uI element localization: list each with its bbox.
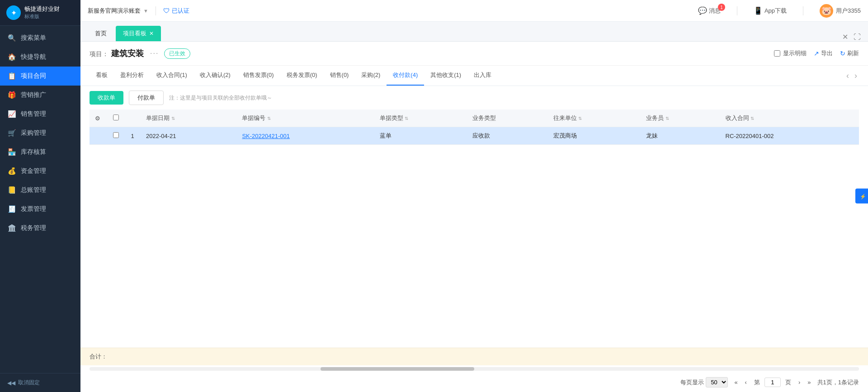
show-detail-checkbox[interactable] bbox=[774, 50, 780, 57]
row-checkbox[interactable] bbox=[113, 132, 119, 138]
sidebar-item-quicknav[interactable]: 🏠 快捷导航 bbox=[0, 48, 80, 67]
th-number-label: 单据编号 bbox=[242, 115, 265, 121]
td-number[interactable]: SK-20220421-001 bbox=[236, 127, 374, 145]
per-page-select[interactable]: 50 bbox=[706, 377, 728, 387]
tab-close-icon[interactable]: ✕ bbox=[149, 30, 154, 37]
table-body: 1 2022-04-21 SK-20220421-001 蓝单 bbox=[90, 127, 859, 145]
app-download-button[interactable]: 📱 App下载 bbox=[754, 6, 787, 15]
page-input[interactable] bbox=[764, 378, 781, 387]
subnav-profit[interactable]: 盈利分析 bbox=[114, 66, 150, 86]
td-partner: 宏茂商场 bbox=[548, 127, 641, 145]
th-checkbox[interactable] bbox=[108, 110, 124, 127]
prev-page-button[interactable]: ‹ bbox=[742, 378, 750, 387]
right-float-label: ⚡ bbox=[860, 193, 866, 199]
tabbar: 首页 项目看板 ✕ ✕ ⛶ bbox=[80, 22, 868, 42]
sidebar-item-invoice[interactable]: 🧾 发票管理 bbox=[0, 200, 80, 219]
subnav-sales-invoice[interactable]: 销售发票(0) bbox=[237, 66, 280, 86]
page-prefix: 第 bbox=[751, 378, 763, 387]
subnav-purchase[interactable]: 采购(2) bbox=[355, 66, 387, 86]
phone-icon: 📱 bbox=[754, 6, 763, 15]
tab-project-board[interactable]: 项目看板 ✕ bbox=[116, 26, 161, 41]
topbar-divider bbox=[156, 6, 156, 15]
sidebar-label-inventory: 库存核算 bbox=[21, 148, 46, 156]
subnav-arrows: ‹ › bbox=[844, 71, 859, 81]
sidebar-item-ledger[interactable]: 📒 总账管理 bbox=[0, 181, 80, 200]
th-date[interactable]: 单据日期 bbox=[141, 110, 236, 127]
subnav-storage[interactable]: 出入库 bbox=[467, 66, 498, 86]
th-settings[interactable]: ⚙ bbox=[90, 110, 108, 127]
subnav-other-income[interactable]: 其他收支(1) bbox=[424, 66, 467, 86]
payments-button[interactable]: 付款单 bbox=[129, 91, 164, 105]
refresh-button[interactable]: ↻ 刷新 bbox=[840, 49, 859, 57]
sidebar-item-search[interactable]: 🔍 搜索菜单 bbox=[0, 29, 80, 48]
sidebar-item-inventory[interactable]: 🏪 库存核算 bbox=[0, 143, 80, 162]
chart-icon: 📈 bbox=[7, 110, 16, 119]
sidebar-item-funds[interactable]: 💰 资金管理 bbox=[0, 162, 80, 181]
table-scrollbar[interactable] bbox=[80, 365, 868, 373]
settings-icon: ⚙ bbox=[95, 115, 100, 122]
th-type-label: 单据类型 bbox=[380, 115, 403, 121]
expand-window-icon[interactable]: ⛶ bbox=[854, 33, 861, 41]
subnav-income-confirm[interactable]: 收入确认(2) bbox=[193, 66, 237, 86]
panel: 收款单 付款单 注：这里是与项目关联的全部收付款单哦～ ⚙ bbox=[80, 86, 868, 392]
sidebar-label-search: 搜索菜单 bbox=[21, 34, 46, 42]
account-selector[interactable]: 新服务官网演示账套 ▼ bbox=[88, 7, 148, 15]
td-type: 蓝单 bbox=[374, 127, 467, 145]
ledger-icon: 📒 bbox=[7, 186, 16, 195]
close-window-icon[interactable]: ✕ bbox=[842, 33, 848, 41]
message-button[interactable]: 💬 消息 1 bbox=[698, 6, 721, 15]
page-suffix: 页 bbox=[783, 378, 794, 387]
data-table: ⚙ 单据日期 单据编号 bbox=[90, 110, 859, 145]
right-float-panel[interactable]: ⚡ bbox=[855, 189, 868, 204]
user-menu[interactable]: 🐷 用户3355 bbox=[820, 4, 861, 18]
gift-icon: 🎁 bbox=[7, 91, 16, 100]
subnav-income-contract[interactable]: 收入合同(1) bbox=[150, 66, 193, 86]
subnav-receipts[interactable]: 收付款(4) bbox=[387, 66, 424, 86]
project-more-button[interactable]: ··· bbox=[150, 49, 159, 57]
sidebar-item-tax[interactable]: 🏛️ 税务管理 bbox=[0, 219, 80, 238]
th-contract[interactable]: 收入合同 bbox=[720, 110, 859, 127]
sidebar-item-sales[interactable]: 📈 销售管理 bbox=[0, 105, 80, 124]
sidebar-item-purchase[interactable]: 🛒 采购管理 bbox=[0, 124, 80, 143]
td-checkbox[interactable] bbox=[108, 127, 124, 145]
th-salesman[interactable]: 业务员 bbox=[641, 110, 720, 127]
th-type[interactable]: 单据类型 bbox=[374, 110, 467, 127]
th-number[interactable]: 单据编号 bbox=[236, 110, 374, 127]
topbar: 新服务官网演示账套 ▼ 🛡 已认证 💬 消息 1 📱 App下载 🐷 用户335… bbox=[80, 0, 868, 22]
sidebar-item-project[interactable]: 📋 项目合同 bbox=[0, 67, 80, 86]
show-detail-checkbox-item[interactable]: 显示明细 bbox=[774, 49, 807, 57]
sidebar-nav: 🔍 搜索菜单 🏠 快捷导航 📋 项目合同 🎁 营销推广 📈 销售管理 🛒 采购管… bbox=[0, 26, 80, 373]
sidebar: ✦ 畅捷通好业财 标准版 🔍 搜索菜单 🏠 快捷导航 📋 项目合同 🎁 营销推广… bbox=[0, 0, 80, 392]
per-page-label: 每页显示 bbox=[680, 378, 704, 387]
receipts-button[interactable]: 收款单 bbox=[90, 91, 123, 105]
export-button[interactable]: ↗ 导出 bbox=[814, 49, 833, 57]
th-biz-type: 业务类型 bbox=[467, 110, 547, 127]
project-title: 项目：建筑安装 bbox=[90, 48, 144, 59]
window-controls: ✕ ⛶ bbox=[842, 33, 861, 41]
last-page-button[interactable]: » bbox=[805, 378, 813, 387]
subnav-sales[interactable]: 销售(0) bbox=[324, 66, 355, 86]
subnav-tax-invoice[interactable]: 税务发票(0) bbox=[280, 66, 324, 86]
sidebar-item-marketing[interactable]: 🎁 营销推广 bbox=[0, 86, 80, 105]
sidebar-label-funds: 资金管理 bbox=[21, 167, 46, 175]
app-download-label: App下载 bbox=[764, 7, 787, 15]
next-page-button[interactable]: › bbox=[796, 378, 803, 387]
page-nav: « ‹ 第 页 › » bbox=[731, 378, 813, 387]
export-label: 导出 bbox=[821, 49, 833, 57]
cancel-pin-button[interactable]: ◀◀ 取消固定 bbox=[0, 373, 80, 392]
subnav-arrow-right[interactable]: › bbox=[853, 71, 859, 81]
td-date: 2022-04-21 bbox=[141, 127, 236, 145]
first-page-button[interactable]: « bbox=[731, 378, 740, 387]
th-partner[interactable]: 往来单位 bbox=[548, 110, 641, 127]
subnav-arrow-left[interactable]: ‹ bbox=[844, 71, 851, 81]
sidebar-label-marketing: 营销推广 bbox=[21, 91, 46, 99]
tab-home[interactable]: 首页 bbox=[88, 26, 114, 41]
scrollbar-track bbox=[90, 367, 859, 371]
show-detail-label: 显示明细 bbox=[783, 49, 807, 57]
select-all-checkbox[interactable] bbox=[113, 115, 119, 120]
table-row: 1 2022-04-21 SK-20220421-001 蓝单 bbox=[90, 127, 859, 145]
row-number-link[interactable]: SK-20220421-001 bbox=[242, 133, 290, 139]
subnav-kanban[interactable]: 看板 bbox=[90, 66, 114, 86]
scrollbar-thumb[interactable] bbox=[321, 367, 474, 371]
account-name: 新服务官网演示账套 bbox=[88, 7, 141, 15]
